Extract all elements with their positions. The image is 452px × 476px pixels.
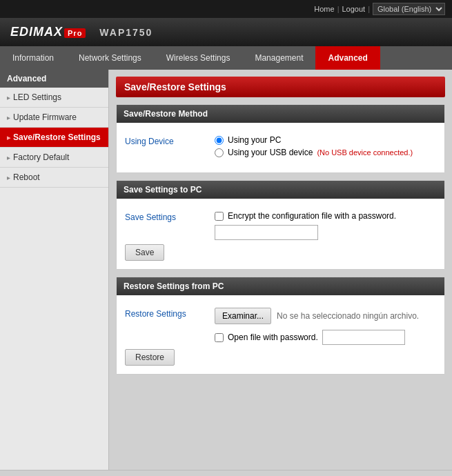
model-name: WAP1750 [99, 27, 153, 38]
sidebar-item-save-restore[interactable]: ▸ Save/Restore Settings [0, 128, 108, 148]
logout-link[interactable]: Logout [342, 5, 365, 13]
nav-wireless-settings[interactable]: Wireless Settings [154, 46, 243, 70]
arrow-icon: ▸ [7, 174, 10, 181]
open-file-label: Open file with password. [228, 333, 318, 342]
section-method-header: Save/Restore Method [117, 105, 444, 123]
language-select[interactable]: Global (English) [373, 3, 445, 15]
section-method-body: Using Device Using your PC Using your US… [117, 123, 444, 172]
no-file-text: No se ha seleccionado ningún archivo. [277, 311, 419, 321]
nav-management[interactable]: Management [242, 46, 315, 70]
arrow-icon: ▸ [7, 134, 10, 141]
home-link[interactable]: Home [314, 5, 334, 13]
open-file-row: Open file with password. [215, 330, 436, 345]
using-device-row: Using Device Using your PC Using your US… [125, 131, 436, 164]
section-restore: Restore Settings from PC Restore Setting… [116, 277, 445, 375]
brand-name: EDIMAXPro [10, 25, 86, 39]
page-title: Save/Restore Settings [116, 77, 445, 97]
divider2: | [368, 5, 370, 13]
logo: EDIMAXPro [10, 25, 86, 39]
restore-settings-label: Restore Settings [125, 308, 215, 319]
nav-bar: Information Network Settings Wireless Se… [0, 46, 452, 70]
save-button[interactable]: Save [125, 244, 164, 261]
radio-pc-row: Using your PC [215, 135, 436, 145]
header: EDIMAXPro WAP1750 [0, 18, 452, 46]
sidebar-item-led[interactable]: ▸ LED Settings [0, 88, 108, 108]
section-save-body: Save Settings Encrypt the configuration … [117, 199, 444, 269]
file-select-row: Examinar... No se ha seleccionado ningún… [215, 308, 436, 324]
top-bar: Home | Logout | Global (English) [0, 0, 452, 18]
password-field[interactable] [215, 225, 318, 240]
encrypt-checkbox-row: Encrypt the configuration file with a pa… [215, 211, 436, 221]
main-layout: Advanced ▸ LED Settings ▸ Update Firmwar… [0, 70, 452, 470]
encrypt-label: Encrypt the configuration file with a pa… [228, 211, 396, 221]
divider1: | [337, 5, 340, 13]
section-restore-body: Restore Settings Examinar... No se ha se… [117, 295, 444, 374]
section-save-header: Save Settings to PC [117, 181, 444, 199]
section-method: Save/Restore Method Using Device Using y… [116, 104, 445, 173]
open-file-checkbox[interactable] [215, 333, 224, 342]
sidebar-item-factory-default[interactable]: ▸ Factory Default [0, 148, 108, 168]
nav-network-settings[interactable]: Network Settings [66, 46, 154, 70]
open-file-password[interactable] [322, 330, 405, 345]
using-device-label: Using Device [125, 135, 215, 146]
radio-using-pc[interactable] [215, 136, 224, 145]
section-restore-header: Restore Settings from PC [117, 277, 444, 295]
radio-using-usb[interactable] [215, 148, 224, 157]
radio-pc-label: Using your PC [228, 135, 281, 145]
sidebar-item-reboot[interactable]: ▸ Reboot [0, 168, 108, 188]
encrypt-checkbox[interactable] [215, 212, 224, 221]
arrow-icon: ▸ [7, 154, 10, 161]
sidebar: Advanced ▸ LED Settings ▸ Update Firmwar… [0, 70, 109, 470]
nav-information[interactable]: Information [0, 46, 66, 70]
restore-settings-controls: Examinar... No se ha seleccionado ningún… [215, 308, 436, 345]
arrow-icon: ▸ [7, 94, 10, 101]
radio-usb-label: Using your USB device [228, 148, 313, 157]
save-settings-row: Save Settings Encrypt the configuration … [125, 207, 436, 244]
no-device-text: (No USB device connected.) [317, 148, 413, 157]
footer: Copyright 2014 © EDIMAX Technology Co., … [0, 470, 452, 476]
browse-button[interactable]: Examinar... [215, 308, 271, 324]
radio-usb-row: Using your USB device (No USB device con… [215, 148, 436, 157]
section-save: Save Settings to PC Save Settings Encryp… [116, 180, 445, 270]
nav-advanced[interactable]: Advanced [315, 46, 380, 70]
arrow-icon: ▸ [7, 114, 10, 121]
restore-settings-row: Restore Settings Examinar... No se ha se… [125, 304, 436, 349]
sidebar-title: Advanced [0, 70, 108, 88]
save-settings-label: Save Settings [125, 211, 215, 222]
content-area: Save/Restore Settings Save/Restore Metho… [109, 70, 452, 470]
using-device-controls: Using your PC Using your USB device (No … [215, 135, 436, 160]
sidebar-item-firmware[interactable]: ▸ Update Firmware [0, 108, 108, 128]
restore-button[interactable]: Restore [125, 349, 175, 366]
save-settings-controls: Encrypt the configuration file with a pa… [215, 211, 436, 240]
